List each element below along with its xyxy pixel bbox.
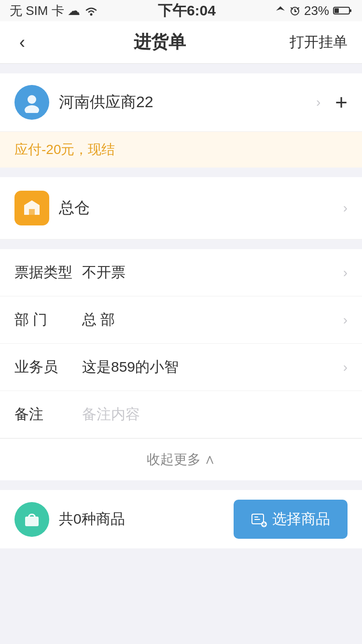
svg-point-6: [25, 105, 39, 113]
gap-1: [0, 64, 362, 73]
gap-3: [0, 239, 362, 249]
svg-rect-8: [25, 517, 39, 526]
svg-rect-7: [29, 209, 35, 215]
salesperson-label: 业务员: [14, 357, 82, 377]
select-product-label: 选择商品: [272, 509, 330, 529]
notice-bar: 应付-20元，现结: [0, 132, 362, 168]
supplier-avatar: [14, 85, 49, 120]
ticket-type-row[interactable]: 票据类型 不开票 ›: [0, 249, 362, 296]
remark-input[interactable]: 备注内容: [82, 405, 348, 424]
status-bar: 无 SIM 卡 ☁ 下午6:04 23%: [0, 0, 362, 21]
signal-text: 无 SIM 卡 ☁: [10, 2, 80, 19]
department-chevron-icon: ›: [343, 312, 348, 328]
salesperson-value: 这是859的小智: [82, 357, 343, 377]
battery-icon: [333, 5, 352, 16]
shopping-bag-icon: [22, 510, 42, 529]
warehouse-row[interactable]: 总仓 ›: [0, 177, 362, 239]
svg-rect-3: [334, 8, 339, 13]
back-button[interactable]: ‹: [14, 28, 30, 57]
product-section: 共0种商品 选择商品: [0, 490, 362, 548]
add-supplier-button[interactable]: +: [335, 90, 348, 114]
department-value: 总 部: [82, 310, 343, 330]
select-product-icon: [251, 511, 267, 528]
supplier-chevron-icon: ›: [316, 95, 320, 110]
select-product-button[interactable]: 选择商品: [234, 500, 348, 539]
salesperson-chevron-icon: ›: [343, 360, 348, 375]
svg-point-5: [28, 95, 36, 104]
supplier-row[interactable]: 河南供应商22 › +: [0, 73, 362, 132]
status-time: 下午6:04: [158, 1, 216, 21]
notice-text: 应付-20元，现结: [14, 142, 115, 157]
page-background: [0, 548, 362, 644]
product-count-label: 共0种商品: [59, 509, 234, 529]
location-icon: [275, 5, 286, 16]
open-pending-button[interactable]: 打开挂单: [290, 32, 348, 52]
department-row[interactable]: 部 门 总 部 ›: [0, 296, 362, 344]
collapse-label: 收起更多 ∧: [147, 450, 216, 469]
status-left: 无 SIM 卡 ☁: [10, 2, 98, 19]
ticket-type-chevron-icon: ›: [343, 265, 348, 280]
wifi-icon: [84, 5, 98, 16]
ticket-type-value: 不开票: [82, 263, 343, 282]
ticket-type-label: 票据类型: [14, 263, 82, 282]
form-section: 票据类型 不开票 › 部 门 总 部 › 业务员 这是859的小智 › 备注 备…: [0, 249, 362, 480]
person-icon: [21, 92, 42, 113]
svg-rect-4: [350, 9, 351, 12]
product-icon-bg: [14, 502, 49, 537]
gap-2: [0, 168, 362, 177]
department-label: 部 门: [14, 310, 82, 330]
remark-label: 备注: [14, 405, 82, 424]
warehouse-icon: [22, 198, 42, 218]
collapse-button[interactable]: 收起更多 ∧: [0, 438, 362, 480]
nav-bar: ‹ 进货单 打开挂单: [0, 21, 362, 64]
alarm-icon: [290, 5, 300, 16]
salesperson-row[interactable]: 业务员 这是859的小智 ›: [0, 344, 362, 391]
warehouse-label: 总仓: [59, 197, 343, 219]
page-title: 进货单: [134, 30, 186, 54]
supplier-section: 河南供应商22 › + 应付-20元，现结: [0, 73, 362, 168]
svg-point-0: [90, 14, 92, 16]
warehouse-icon-bg: [14, 191, 49, 225]
warehouse-chevron-icon: ›: [343, 200, 348, 216]
battery-percent: 23%: [304, 3, 329, 18]
status-right: 23%: [275, 3, 352, 18]
supplier-name: 河南供应商22: [59, 92, 316, 113]
remark-row[interactable]: 备注 备注内容: [0, 391, 362, 438]
